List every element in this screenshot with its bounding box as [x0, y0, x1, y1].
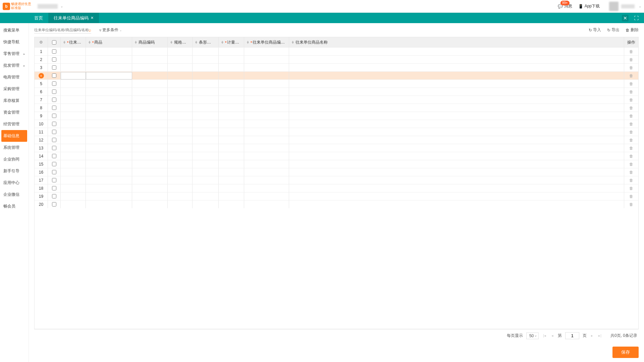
cell[interactable]: [61, 88, 86, 96]
cell[interactable]: [86, 152, 132, 160]
cell[interactable]: [244, 176, 289, 184]
cell[interactable]: [86, 200, 132, 208]
cell[interactable]: [219, 120, 244, 128]
cell[interactable]: [193, 136, 219, 144]
cell[interactable]: [244, 64, 289, 71]
fullscreen-button[interactable]: ⛶: [633, 15, 640, 21]
table-row[interactable]: 3🗑: [35, 63, 638, 71]
tab-close-icon[interactable]: ✕: [91, 16, 94, 20]
cell[interactable]: [132, 192, 168, 200]
cell[interactable]: [61, 128, 86, 136]
cell[interactable]: [168, 112, 193, 120]
cell[interactable]: [61, 56, 86, 63]
cell[interactable]: [289, 56, 624, 63]
page-last-button[interactable]: ▸|: [597, 334, 602, 338]
import-button[interactable]: ↻ 导入: [589, 27, 601, 33]
cell[interactable]: [289, 120, 624, 128]
cell[interactable]: [86, 64, 132, 71]
cell[interactable]: [168, 192, 193, 200]
cell[interactable]: [132, 152, 168, 160]
cell[interactable]: [289, 200, 624, 208]
cell[interactable]: [168, 48, 193, 55]
cell[interactable]: [86, 96, 132, 104]
cell[interactable]: [86, 120, 132, 128]
cell[interactable]: [193, 152, 219, 160]
cell[interactable]: [61, 112, 86, 120]
cell[interactable]: [168, 88, 193, 96]
cell[interactable]: [244, 168, 289, 176]
row-delete-button[interactable]: 🗑: [629, 114, 633, 118]
row-delete-button[interactable]: 🗑: [629, 138, 633, 142]
cell[interactable]: [132, 184, 168, 192]
column-settings[interactable]: [35, 37, 48, 47]
cell[interactable]: [289, 136, 624, 144]
cell[interactable]: [61, 184, 86, 192]
cell[interactable]: [244, 136, 289, 144]
cell[interactable]: [168, 120, 193, 128]
cell[interactable]: [168, 176, 193, 184]
cell[interactable]: [86, 144, 132, 152]
row-delete-button[interactable]: 🗑: [629, 89, 633, 94]
cell[interactable]: [289, 168, 624, 176]
cell[interactable]: [193, 128, 219, 136]
row-delete-button[interactable]: 🗑: [629, 49, 633, 54]
cell[interactable]: [132, 144, 168, 152]
row-delete-button[interactable]: 🗑: [629, 194, 633, 199]
row-checkbox[interactable]: [52, 138, 56, 142]
cell[interactable]: [86, 136, 132, 144]
row-delete-button[interactable]: 🗑: [629, 202, 633, 207]
cell[interactable]: [244, 184, 289, 192]
cell[interactable]: [244, 96, 289, 104]
cell[interactable]: [86, 104, 132, 112]
cell[interactable]: [193, 200, 219, 208]
row-checkbox[interactable]: [52, 178, 56, 182]
table-row[interactable]: 16🗑: [35, 168, 638, 176]
row-delete-button[interactable]: 🗑: [629, 162, 633, 167]
table-row[interactable]: 2🗑: [35, 55, 638, 63]
per-page-select[interactable]: 50: [526, 333, 539, 339]
column-spec[interactable]: ▲▼规格…: [168, 37, 193, 47]
row-checkbox[interactable]: [52, 130, 56, 134]
cell[interactable]: [168, 160, 193, 168]
cell[interactable]: [219, 112, 244, 120]
sidebar-item-4[interactable]: 电商管理: [0, 71, 29, 83]
sidebar-item-14[interactable]: 企业微信: [0, 189, 29, 200]
cell[interactable]: [193, 80, 219, 87]
tabs-close-all-button[interactable]: ✕: [622, 15, 629, 21]
tab-home[interactable]: 首页: [29, 13, 48, 23]
sidebar-item-10[interactable]: 系统管理: [0, 142, 29, 154]
cell[interactable]: [61, 200, 86, 208]
cell[interactable]: [193, 72, 219, 79]
cell[interactable]: [132, 88, 168, 96]
row-checkbox[interactable]: [52, 57, 56, 62]
page-first-button[interactable]: |◂: [542, 334, 547, 338]
cell[interactable]: [289, 184, 624, 192]
row-delete-button[interactable]: 🗑: [629, 178, 633, 183]
save-button[interactable]: 保存: [612, 347, 639, 358]
cell[interactable]: [244, 192, 289, 200]
cell[interactable]: [219, 48, 244, 55]
user-menu[interactable]: ⌄: [606, 2, 641, 11]
cell[interactable]: [219, 88, 244, 96]
sidebar-item-11[interactable]: 企业协同: [0, 154, 29, 165]
cell[interactable]: [132, 56, 168, 63]
column-partner[interactable]: ▲▼•往来…: [61, 37, 86, 47]
row-checkbox[interactable]: [52, 194, 56, 198]
cell[interactable]: [61, 136, 86, 144]
cell[interactable]: [61, 176, 86, 184]
cell[interactable]: [168, 128, 193, 136]
row-checkbox[interactable]: [52, 122, 56, 126]
delete-button[interactable]: 🗑 删除: [626, 27, 639, 33]
cell[interactable]: [168, 64, 193, 71]
cell[interactable]: [244, 72, 289, 79]
org-selector[interactable]: ⌄: [34, 3, 66, 10]
row-checkbox[interactable]: [52, 81, 56, 86]
cell[interactable]: [289, 192, 624, 200]
cell[interactable]: [61, 144, 86, 152]
tab-current[interactable]: 往来单位商品编码 ✕: [48, 13, 99, 23]
table-row[interactable]: +🗑: [35, 71, 638, 79]
cell[interactable]: [289, 64, 624, 71]
cell[interactable]: [219, 176, 244, 184]
cell[interactable]: [244, 88, 289, 96]
cell[interactable]: [244, 152, 289, 160]
